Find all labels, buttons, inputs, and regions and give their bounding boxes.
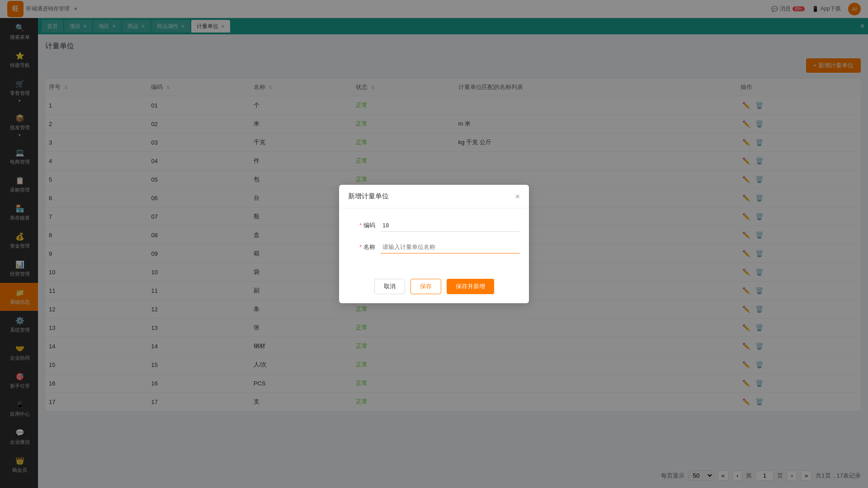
modal-title: 新增计量单位 xyxy=(348,192,389,201)
modal-overlay: 新增计量单位 × *编码 *名称 取消 保存 保存并新增 xyxy=(0,0,868,488)
code-label: *编码 xyxy=(348,221,375,230)
modal-footer: 取消 保存 保存并新增 xyxy=(339,273,529,303)
modal-body: *编码 *名称 xyxy=(339,208,529,273)
name-label: *名称 xyxy=(348,243,375,251)
name-required-mark: * xyxy=(359,244,362,250)
form-item-code: *编码 xyxy=(348,219,520,232)
modal-header: 新增计量单位 × xyxy=(339,185,529,208)
cancel-button[interactable]: 取消 xyxy=(374,279,405,294)
code-required-mark: * xyxy=(359,222,362,229)
save-add-button[interactable]: 保存并新增 xyxy=(447,279,494,294)
modal-close-button[interactable]: × xyxy=(515,192,520,201)
form-item-name: *名称 xyxy=(348,241,520,253)
add-unit-modal: 新增计量单位 × *编码 *名称 取消 保存 保存并新增 xyxy=(339,185,529,303)
code-input[interactable] xyxy=(381,219,520,232)
save-button[interactable]: 保存 xyxy=(410,279,441,294)
name-input[interactable] xyxy=(381,241,520,253)
